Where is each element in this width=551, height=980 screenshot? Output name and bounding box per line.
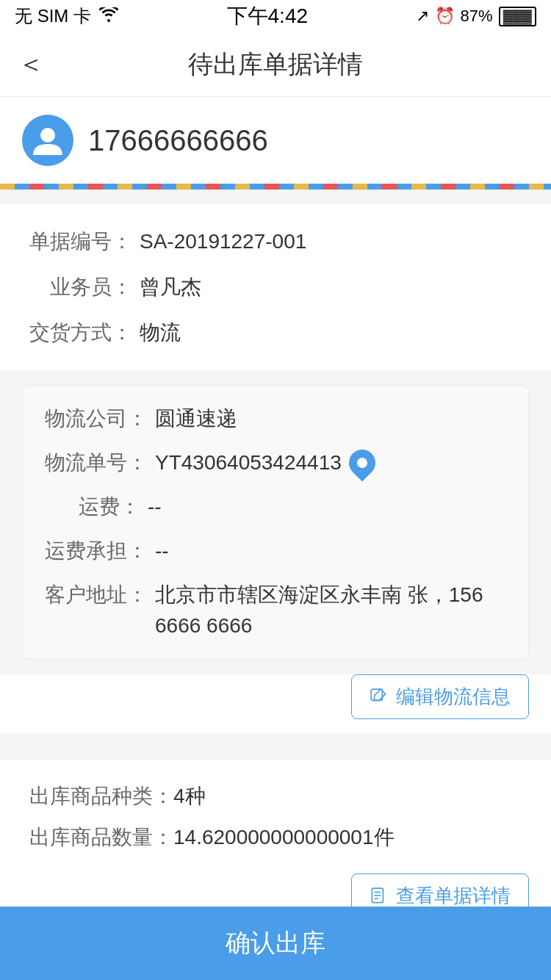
status-left: 无 SIM 卡 <box>15 4 119 28</box>
order-number-row: 单据编号： SA-20191227-001 <box>29 226 522 257</box>
tracking-number-row: 物流单号： YT43064053424413 <box>45 447 506 478</box>
salesperson-value: 曾凡杰 <box>140 272 522 303</box>
tracking-number-text: YT43064053424413 <box>155 447 342 478</box>
goods-qty-value: 14.620000000000001件 <box>173 824 395 851</box>
battery-icon: ▓▓▓ <box>499 7 536 26</box>
goods-qty-row: 出库商品数量： 14.620000000000001件 <box>29 824 522 851</box>
confirm-button-label: 确认出库 <box>226 926 325 960</box>
status-bar: 无 SIM 卡 下午4:42 ↗ ⏰ 87% ▓▓▓ <box>0 0 551 32</box>
customer-phone: 17666666666 <box>88 124 268 157</box>
tracking-label: 物流单号： <box>45 447 148 478</box>
document-icon <box>370 887 389 906</box>
goods-type-value: 4种 <box>173 782 206 810</box>
address-row: 客户地址： 北京市市辖区海淀区永丰南 张，156 6666 6666 <box>45 580 506 641</box>
goods-qty-label: 出库商品数量： <box>29 824 173 851</box>
order-number-value: SA-20191227-001 <box>140 226 522 257</box>
battery-text: 87% <box>461 7 493 26</box>
delivery-method-row: 交货方式： 物流 <box>29 317 522 348</box>
address-label: 客户地址： <box>45 580 148 610</box>
address-value: 北京市市辖区海淀区永丰南 张，156 6666 6666 <box>155 580 506 641</box>
avatar <box>22 115 73 166</box>
carrier-text: 无 SIM 卡 <box>15 4 91 28</box>
alarm-icon: ⏰ <box>435 7 455 26</box>
logistics-company-value: 圆通速递 <box>155 403 506 434</box>
back-button[interactable]: ＜ <box>18 46 44 82</box>
dashed-divider <box>0 184 551 190</box>
time-text: 下午4:42 <box>227 2 309 30</box>
customer-section: 17666666666 <box>0 97 551 184</box>
wifi-icon <box>98 6 119 26</box>
nav-bar: ＜ 待出库单据详情 <box>0 32 551 97</box>
goods-section: 出库商品种类： 4种 出库商品数量： 14.620000000000001件 <box>0 760 551 873</box>
location-pin-icon[interactable] <box>343 444 381 482</box>
goods-type-label: 出库商品种类： <box>29 782 173 810</box>
section-gap-1 <box>0 190 551 204</box>
edit-icon <box>370 688 389 707</box>
tracking-value: YT43064053424413 <box>155 447 506 478</box>
freight-bearer-value: -- <box>155 536 506 566</box>
delivery-method-label: 交货方式： <box>29 317 132 348</box>
goods-type-row: 出库商品种类： 4种 <box>29 782 522 810</box>
salesperson-row: 业务员： 曾凡杰 <box>29 272 522 303</box>
logistics-company-row: 物流公司： 圆通速递 <box>45 403 506 434</box>
freight-row: 运费： -- <box>45 491 506 522</box>
confirm-button[interactable]: 确认出库 <box>0 907 551 980</box>
delivery-method-value: 物流 <box>140 317 522 348</box>
order-info-section: 单据编号： SA-20191227-001 业务员： 曾凡杰 交货方式： 物流 <box>0 204 551 370</box>
status-right: ↗ ⏰ 87% ▓▓▓ <box>416 7 536 26</box>
edit-logistics-label: 编辑物流信息 <box>396 684 511 710</box>
freight-value: -- <box>148 491 506 522</box>
section-gap-2 <box>0 734 551 749</box>
logistics-card: 物流公司： 圆通速递 物流单号： YT43064053424413 运费： --… <box>22 385 529 660</box>
svg-point-0 <box>40 128 55 143</box>
view-detail-label: 查看单据详情 <box>396 883 511 909</box>
edit-button-row: 编辑物流信息 <box>0 674 551 734</box>
logistics-company-label: 物流公司： <box>45 403 148 434</box>
page-title: 待出库单据详情 <box>188 48 363 82</box>
freight-label: 运费： <box>45 491 140 522</box>
freight-bearer-row: 运费承担： -- <box>45 536 506 566</box>
salesperson-label: 业务员： <box>29 272 132 303</box>
order-number-label: 单据编号： <box>29 226 132 257</box>
person-icon <box>29 122 66 159</box>
freight-bearer-label: 运费承担： <box>45 536 148 566</box>
edit-logistics-button[interactable]: 编辑物流信息 <box>351 674 529 719</box>
location-icon: ↗ <box>416 7 429 26</box>
